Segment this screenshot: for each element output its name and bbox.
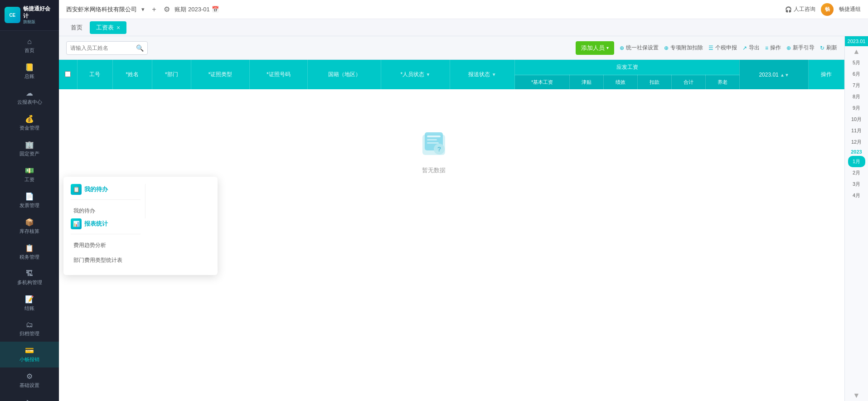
new-guide-button[interactable]: ⊕ 新手引导 xyxy=(786,44,815,52)
deduction-icon: ⊕ xyxy=(664,45,669,51)
sidebar-item-inventory[interactable]: 📦 库存核算 xyxy=(0,213,59,239)
col-action: 操作 xyxy=(809,60,844,89)
individual-tax-button[interactable]: ☰ 个税申报 xyxy=(708,44,737,52)
sidebar-item-label: 小畅报销 xyxy=(19,356,39,363)
report-icon: 📊 xyxy=(71,218,82,229)
export-icon: ↗ xyxy=(742,45,747,51)
logo-text: 畅捷通好会计 旗舰版 xyxy=(23,5,54,25)
settings-icon: ⚙ xyxy=(26,372,33,381)
calendar-icon[interactable]: 📅 xyxy=(212,6,219,13)
company-dropdown-icon[interactable]: ▾ xyxy=(141,6,145,13)
month-11[interactable]: 11月 xyxy=(848,125,865,136)
tab-close-icon[interactable]: × xyxy=(116,24,120,31)
salary-icon: 💵 xyxy=(25,166,34,175)
popup-col-todo: 📋 我的待办 我的待办 xyxy=(71,184,141,218)
sidebar-item-cloud-report[interactable]: ☁ 云报表中心 xyxy=(0,84,59,110)
play-icon: ▶ xyxy=(27,398,32,401)
month-4[interactable]: 4月 xyxy=(848,190,865,201)
export-button[interactable]: ↗ 导出 xyxy=(742,44,760,52)
tab-salary[interactable]: 工资表 × xyxy=(90,21,126,34)
todo-icon: 📋 xyxy=(71,184,82,195)
wage-group-header: 应发工资 xyxy=(515,60,740,75)
col-date: 2023.01 ▲▼ xyxy=(739,60,809,89)
popup-item-trend[interactable]: 费用趋势分析 xyxy=(71,238,141,253)
top-bar-right: 🎧 人工咨询 畅 畅捷通组 xyxy=(785,3,861,16)
tab-home-label: 首页 xyxy=(71,24,82,32)
popup-grid: 📋 我的待办 我的待办 📊 报表统计 费用趋势分析 部门费用类型统计表 xyxy=(71,184,210,268)
sidebar-item-fixed-assets[interactable]: 🏢 固定资产 xyxy=(0,136,59,162)
col-status: *人员状态 ▼ xyxy=(381,60,450,89)
refresh-button[interactable]: ↻ 刷新 xyxy=(820,44,837,52)
fund-icon: 💰 xyxy=(25,115,34,123)
archive-icon: 🗂 xyxy=(26,321,33,329)
tax-report-icon: ☰ xyxy=(708,45,713,51)
settings-button[interactable]: ⚙ xyxy=(164,5,170,14)
refresh-icon: ↻ xyxy=(820,45,824,51)
sidebar-item-tax[interactable]: 📋 税务管理 xyxy=(0,239,59,265)
sidebar-nav: ⌂ 首页 📒 总账 ☁ 云报表中心 💰 资金管理 🏢 固定资产 💵 工资 xyxy=(0,31,59,401)
sidebar-item-settlement[interactable]: 📝 结账 xyxy=(0,290,59,316)
operation-button[interactable]: ≡ 操作 xyxy=(765,44,781,52)
top-bar: 西安虾米网络科技有限公司 ▾ + ⚙ 账期 2023-01 📅 🎧 人工咨询 畅… xyxy=(59,0,868,19)
special-deduction-button[interactable]: ⊕ 专项附加扣除 xyxy=(664,44,703,52)
home-icon: ⌂ xyxy=(27,38,32,46)
year-2023-label: 2023 xyxy=(851,148,862,156)
tax-icon: 📋 xyxy=(25,244,34,252)
popup-col-todo-header: 📋 我的待办 xyxy=(71,184,141,200)
sidebar-item-invoice[interactable]: 📄 发票管理 xyxy=(0,188,59,213)
svg-text:?: ? xyxy=(437,145,441,153)
app-logo: CE 畅捷通好会计 旗舰版 xyxy=(0,0,59,31)
sidebar-item-multi-org[interactable]: 🏗 多机构管理 xyxy=(0,265,59,290)
sidebar-item-label: 发票管理 xyxy=(19,202,39,209)
sidebar-item-expense[interactable]: 💳 小畅报销 xyxy=(0,342,59,367)
sidebar-item-fund[interactable]: 💰 资金管理 xyxy=(0,110,59,136)
col-nationality: 国籍（地区） xyxy=(308,60,381,89)
popup-item-dept-stats[interactable]: 部门费用类型统计表 xyxy=(71,253,141,268)
user-avatar: 畅 xyxy=(821,3,834,16)
month-9[interactable]: 9月 xyxy=(848,102,865,114)
ledger-icon: 📒 xyxy=(25,63,34,72)
sidebar-item-salary[interactable]: 💵 工资 xyxy=(0,162,59,188)
col-pension: 养老 xyxy=(705,75,739,90)
col-performance: 绩效 xyxy=(603,75,637,90)
user-name[interactable]: 畅捷通组 xyxy=(839,5,861,13)
select-all-checkbox[interactable] xyxy=(65,71,71,77)
month-2[interactable]: 2月 xyxy=(848,167,865,179)
toolbar-actions: 添加人员 ▾ ⊕ 统一社保设置 ⊕ 专项附加扣除 ☰ xyxy=(576,41,837,55)
social-security-button[interactable]: ⊕ 统一社保设置 xyxy=(620,44,659,52)
sidebar-item-label: 云报表中心 xyxy=(17,99,42,106)
month-8[interactable]: 8月 xyxy=(848,91,865,102)
sidebar-item-basic-settings[interactable]: ⚙ 基础设置 xyxy=(0,367,59,393)
timeline-panel: 2023.01 ▲ 5月 6月 7月 8月 9月 10月 11月 12月 202… xyxy=(844,36,868,401)
search-icon[interactable]: 🔍 xyxy=(136,44,144,52)
month-7[interactable]: 7月 xyxy=(848,80,865,91)
search-input[interactable] xyxy=(70,45,134,51)
svg-rect-3 xyxy=(427,139,437,140)
month-12[interactable]: 12月 xyxy=(848,136,865,148)
sidebar-item-guide[interactable]: ▶ 新手引导 xyxy=(0,393,59,401)
service-button[interactable]: 🎧 人工咨询 xyxy=(785,5,815,13)
sidebar-item-label: 结账 xyxy=(24,305,34,312)
col-number: 工号 xyxy=(77,60,112,89)
search-box: 🔍 xyxy=(66,41,148,55)
month-5[interactable]: 5月 xyxy=(848,57,865,68)
svg-rect-2 xyxy=(427,135,441,137)
sidebar-item-home[interactable]: ⌂ 首页 xyxy=(0,33,59,58)
add-person-button[interactable]: 添加人员 ▾ xyxy=(576,41,614,55)
timeline-up-arrow[interactable]: ▲ xyxy=(852,46,862,57)
month-3[interactable]: 3月 xyxy=(848,179,865,190)
empty-text: 暂无数据 xyxy=(422,166,446,174)
svg-rect-4 xyxy=(427,142,439,144)
sidebar-item-archive[interactable]: 🗂 归档管理 xyxy=(0,316,59,342)
month-10[interactable]: 10月 xyxy=(848,114,865,125)
sidebar-item-ledger[interactable]: 📒 总账 xyxy=(0,58,59,84)
popup-item-my-todo[interactable]: 我的待办 xyxy=(71,203,141,218)
sidebar: CE 畅捷通好会计 旗舰版 ⌂ 首页 📒 总账 ☁ 云报表中心 💰 资金管理 xyxy=(0,0,59,401)
month-6[interactable]: 6月 xyxy=(848,68,865,80)
tab-home[interactable]: 首页 xyxy=(64,21,89,34)
add-company-button[interactable]: + xyxy=(149,5,159,14)
inventory-icon: 📦 xyxy=(25,218,34,227)
timeline-down-arrow[interactable]: ▼ xyxy=(852,390,862,401)
month-1-current[interactable]: 1月 xyxy=(848,156,865,167)
sidebar-item-label: 首页 xyxy=(24,47,34,54)
